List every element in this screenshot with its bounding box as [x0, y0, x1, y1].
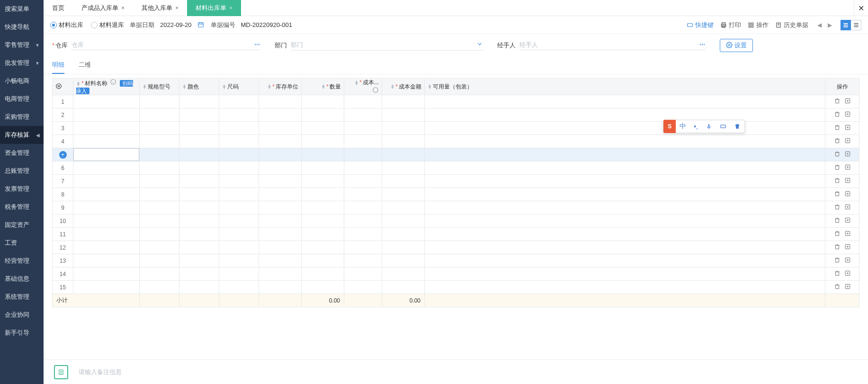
handler-input[interactable]: [519, 41, 699, 48]
cell[interactable]: [219, 201, 259, 214]
cell[interactable]: [179, 201, 219, 214]
insert-row-icon[interactable]: [844, 204, 851, 212]
cell[interactable]: [259, 254, 302, 268]
cell[interactable]: [344, 122, 382, 135]
cell[interactable]: [425, 161, 825, 175]
cell[interactable]: [344, 108, 382, 122]
cell[interactable]: [425, 135, 825, 148]
cell[interactable]: [140, 188, 179, 201]
cell[interactable]: [140, 135, 179, 148]
cell[interactable]: [425, 122, 825, 135]
cell[interactable]: [302, 108, 344, 122]
subtab-detail[interactable]: 明细: [52, 57, 64, 74]
th-color[interactable]: ▲▼颜色: [179, 79, 219, 95]
sidebar-item-4[interactable]: 小畅电商: [0, 72, 44, 90]
cell[interactable]: [302, 228, 344, 241]
cell[interactable]: [140, 95, 179, 108]
sidebar-item-14[interactable]: 经营管理: [0, 252, 44, 270]
delete-row-icon[interactable]: [834, 217, 841, 225]
cell[interactable]: [425, 148, 825, 161]
cell[interactable]: [179, 188, 219, 201]
cell[interactable]: [140, 254, 179, 268]
table-row[interactable]: 8: [53, 188, 859, 201]
cell[interactable]: [425, 254, 825, 268]
delete-row-icon[interactable]: [834, 111, 841, 119]
table-row[interactable]: +: [53, 148, 859, 161]
operate-button[interactable]: 操作: [748, 21, 769, 29]
th-size[interactable]: ▲▼尺码: [219, 79, 259, 95]
cell[interactable]: [302, 188, 344, 201]
sidebar-item-15[interactable]: 基础信息: [0, 270, 44, 288]
cell[interactable]: [259, 214, 302, 228]
delete-row-icon[interactable]: [834, 283, 841, 291]
close-all-tabs-button[interactable]: ✕: [854, 0, 868, 16]
cell[interactable]: [382, 108, 425, 122]
cell[interactable]: [259, 161, 302, 175]
cell[interactable]: [302, 175, 344, 188]
delete-row-icon[interactable]: [834, 204, 841, 212]
cell-material-name[interactable]: [73, 122, 140, 135]
insert-row-icon[interactable]: [844, 283, 851, 291]
insert-row-icon[interactable]: [844, 137, 851, 145]
cell[interactable]: [302, 95, 344, 108]
cell[interactable]: [382, 241, 425, 254]
cell[interactable]: [259, 281, 302, 294]
calendar-icon[interactable]: [197, 21, 205, 29]
table-row[interactable]: 15: [53, 281, 859, 294]
insert-row-icon[interactable]: [844, 98, 851, 106]
cell-material-name[interactable]: [73, 175, 140, 188]
cell[interactable]: [179, 214, 219, 228]
cell-material-name[interactable]: [73, 228, 140, 241]
cell[interactable]: [302, 201, 344, 214]
cell[interactable]: [425, 95, 825, 108]
delete-row-icon[interactable]: [834, 270, 841, 278]
material-name-input[interactable]: [73, 148, 139, 161]
sidebar-item-8[interactable]: 资金管理: [0, 144, 44, 162]
cell[interactable]: [219, 95, 259, 108]
table-row[interactable]: 9: [53, 201, 859, 214]
cell[interactable]: [302, 148, 344, 161]
cell[interactable]: [140, 201, 179, 214]
cell[interactable]: [179, 122, 219, 135]
cell[interactable]: [259, 108, 302, 122]
cell-material-name[interactable]: [73, 148, 140, 161]
cell[interactable]: [382, 175, 425, 188]
settings-button[interactable]: 设置: [720, 39, 753, 52]
cell[interactable]: [179, 228, 219, 241]
table-row[interactable]: 13: [53, 254, 859, 268]
sidebar-item-12[interactable]: 固定资产: [0, 216, 44, 234]
cell[interactable]: [425, 241, 825, 254]
th-spec[interactable]: ▲▼规格型号: [140, 79, 179, 95]
cell[interactable]: [344, 254, 382, 268]
cell[interactable]: [302, 122, 344, 135]
department-input[interactable]: [291, 41, 476, 48]
cell[interactable]: [344, 148, 382, 161]
cell[interactable]: [140, 161, 179, 175]
th-available[interactable]: ▲▼可用量（包装）: [425, 79, 825, 95]
cell[interactable]: [302, 161, 344, 175]
table-row[interactable]: 12: [53, 241, 859, 254]
cell[interactable]: [344, 95, 382, 108]
cell[interactable]: [344, 281, 382, 294]
cell[interactable]: [302, 135, 344, 148]
radio-material-return[interactable]: 材料退库: [91, 21, 124, 29]
cell-material-name[interactable]: [73, 201, 140, 214]
insert-row-icon[interactable]: [844, 164, 851, 172]
cell[interactable]: [302, 241, 344, 254]
th-stock-unit[interactable]: ▲▼*库存单位: [259, 79, 302, 95]
cell[interactable]: [140, 122, 179, 135]
cell[interactable]: [382, 254, 425, 268]
next-doc-button[interactable]: ▶: [825, 21, 834, 29]
sidebar-item-11[interactable]: 税务管理: [0, 198, 44, 216]
cell-material-name[interactable]: [73, 161, 140, 175]
view-toggle-list[interactable]: [851, 20, 861, 30]
cell[interactable]: [140, 175, 179, 188]
cell[interactable]: [259, 241, 302, 254]
cell[interactable]: [382, 161, 425, 175]
cell[interactable]: [219, 228, 259, 241]
cell[interactable]: [382, 122, 425, 135]
table-row[interactable]: 10: [53, 214, 859, 228]
cell[interactable]: [382, 268, 425, 281]
cell[interactable]: [179, 281, 219, 294]
add-row-icon[interactable]: +: [59, 151, 67, 159]
